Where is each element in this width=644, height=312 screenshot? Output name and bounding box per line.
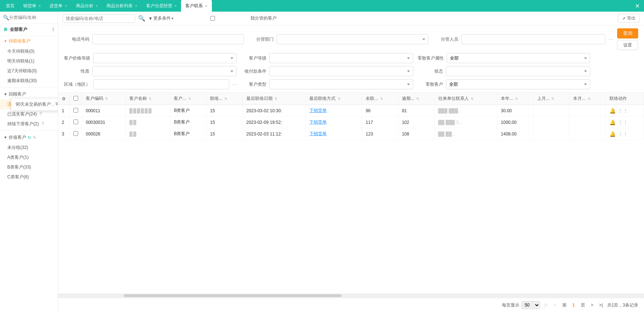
sidebar-group-value[interactable]: ▼ 价值客户 ↻ ✎	[0, 132, 58, 143]
first-page-btn[interactable]: |<	[542, 302, 550, 308]
more-action-icon[interactable]: ⋮⋮	[618, 131, 628, 137]
tab-home[interactable]: 首页	[1, 0, 19, 12]
row-checkbox-1[interactable]	[73, 119, 78, 124]
col-type[interactable]: 客户... ⇅	[170, 93, 206, 105]
search-button-icon[interactable]: 🔍	[138, 15, 145, 22]
col-contact[interactable]: 联络... ⇅	[206, 93, 243, 105]
phone-input[interactable]	[92, 34, 244, 44]
sidebar-item-churned[interactable]: 已流失客户(24) ?	[0, 109, 58, 119]
cell-last-method[interactable]: 下销货单	[306, 105, 362, 117]
sidebar-item-class-a[interactable]: A类客户(1)	[0, 153, 58, 162]
tab-product-list[interactable]: 商品分析列表 ×	[102, 0, 141, 12]
tab-customer-contact[interactable]: 客户联系 ×	[181, 0, 212, 12]
refresh-icon[interactable]: ↻	[28, 135, 31, 140]
customer-type-select[interactable]	[269, 79, 414, 89]
sidebar-item-class-b[interactable]: B类客户(33)	[0, 162, 58, 172]
region-input[interactable]	[93, 79, 229, 89]
last-page-btn[interactable]: >|	[597, 302, 605, 308]
tab-purchase[interactable]: 进货单 ×	[45, 0, 71, 12]
row-checkbox-2[interactable]	[73, 131, 78, 136]
settings-button[interactable]: 设置	[617, 40, 638, 50]
close-window-icon[interactable]: ✕	[635, 3, 643, 9]
contact-icon[interactable]: 🔔	[609, 108, 616, 114]
price-level-select[interactable]	[93, 53, 237, 63]
cell-type: B类客户	[170, 105, 206, 117]
sidebar-item-overdue[interactable]: 逾期未联络(30)	[0, 76, 58, 86]
more-conditions-button[interactable]: ▼ 更多条件 ▾	[148, 15, 173, 21]
sidebar-group-pending[interactable]: ▼ 待联络客户	[0, 36, 58, 46]
col-this-year[interactable]: 本年... ⇅	[497, 93, 534, 105]
sidebar-item-7days[interactable]: 近7天待联络(0)	[0, 66, 58, 76]
next-page-btn[interactable]: >	[589, 302, 596, 308]
last-method-link[interactable]: 下销货单	[309, 131, 327, 136]
settings-icon[interactable]: ⚙	[62, 96, 66, 101]
last-method-link[interactable]: 下销货单	[309, 119, 327, 125]
retail-attr-select[interactable]: 全部	[447, 53, 590, 63]
tab-customer-tier[interactable]: 客户分层经营 ×	[142, 0, 181, 12]
table-row: 1 000011 ██████ B类客户 15 2023-03-02 10:30…	[58, 105, 644, 117]
payment-select[interactable]	[269, 66, 414, 76]
gender-select[interactable]	[92, 66, 237, 76]
filter-group-customer-type: 客户类型	[241, 79, 414, 89]
contact-icon[interactable]: 🔔	[609, 119, 616, 125]
contact-icon[interactable]: 🔔	[609, 131, 616, 137]
query-button[interactable]: 查询	[617, 28, 638, 39]
cell-this-year: 30.00	[497, 105, 534, 117]
per-page-select[interactable]: 50 100	[522, 301, 540, 309]
sidebar-item-declining[interactable]: 持续下滑客户(2) ?	[0, 119, 58, 129]
select-all-checkbox[interactable]	[73, 96, 78, 101]
sidebar-item-unsorted[interactable]: 未分组(32)	[0, 143, 58, 153]
retail-select[interactable]: 全部	[446, 79, 590, 89]
col-last-date[interactable]: 最后联络日期 ⇅	[242, 93, 306, 105]
sidebar-search-bar[interactable]: 🔍	[0, 12, 58, 24]
col-last-method[interactable]: 最后联络方式 ⇅	[306, 93, 362, 105]
tab-product-analysis[interactable]: 商品分析 ×	[72, 0, 102, 12]
edit-icon[interactable]: ✎	[33, 135, 36, 140]
tab-sales[interactable]: 销货单 ×	[19, 0, 45, 12]
manager-input[interactable]	[461, 34, 606, 44]
status-select[interactable]	[446, 66, 590, 76]
price-level-label: 客户价格等级	[64, 55, 90, 61]
tab-product-analysis-close[interactable]: ×	[96, 4, 98, 8]
col-company-contact[interactable]: 往来单位联系人 ⇅	[434, 93, 497, 105]
cell-last-method[interactable]: 下销货单	[306, 117, 362, 128]
cell-last-method[interactable]: 下销货单	[306, 128, 362, 140]
tab-product-list-close[interactable]: ×	[135, 4, 137, 8]
col-not-contact[interactable]: 未联... ⇅	[362, 93, 398, 105]
sidebar-item-tomorrow[interactable]: 明天待联络(1)	[0, 56, 58, 66]
col-code[interactable]: 客户编码 ⇅	[82, 93, 126, 105]
dept-select[interactable]	[277, 34, 428, 44]
search-input[interactable]	[63, 14, 135, 23]
sort-icon-company-contact: ⇅	[471, 97, 474, 101]
manager-more-icon[interactable]: ···	[608, 36, 613, 42]
region-more-icon[interactable]: ···	[232, 81, 237, 87]
col-this-month[interactable]: 本月... ⇅	[569, 93, 606, 105]
tab-customer-contact-close[interactable]: ×	[205, 4, 207, 8]
tab-sales-close[interactable]: ×	[39, 4, 41, 8]
sidebar-item-today[interactable]: 今天待联络(0)	[0, 46, 58, 56]
col-last-month[interactable]: 上月... ⇅	[533, 93, 569, 105]
prev-page-btn[interactable]: <	[552, 302, 559, 308]
collapse-icon[interactable]: 《	[50, 27, 54, 32]
more-action-icon[interactable]: ⋮⋮	[618, 119, 628, 125]
row-checkbox-0[interactable]	[73, 108, 78, 113]
sidebar-item-class-c[interactable]: C类客户(6)	[0, 172, 58, 182]
tab-purchase-close[interactable]: ×	[65, 4, 67, 8]
customer-level-select[interactable]	[269, 53, 414, 63]
sort-icon-last-method: ⇅	[338, 97, 341, 101]
my-customer-check[interactable]	[176, 16, 249, 21]
sidebar-all-customers[interactable]: ⊞ 全部客户 《	[0, 24, 58, 36]
last-method-link[interactable]: 下销货单	[309, 108, 327, 113]
sidebar-search-input[interactable]	[9, 15, 55, 20]
filter-group-phone: 电话号码	[64, 34, 244, 44]
export-button[interactable]: ↗ 导出	[618, 14, 640, 23]
tab-customer-tier-close[interactable]: ×	[174, 4, 177, 8]
sort-icon-not-contact: ⇅	[380, 97, 383, 101]
more-action-icon[interactable]: ⋮⋮	[618, 108, 628, 114]
col-name[interactable]: 客户名称 ⇅	[126, 93, 170, 105]
scrollbar-thumb[interactable]	[124, 294, 342, 297]
col-overdue[interactable]: 逾期... ⇅	[398, 93, 434, 105]
cell-company-contact: ██ ███ 3...	[434, 117, 497, 128]
my-customer-checkbox[interactable]: 我分管的客户	[176, 15, 277, 21]
horizontal-scrollbar[interactable]	[58, 293, 644, 298]
